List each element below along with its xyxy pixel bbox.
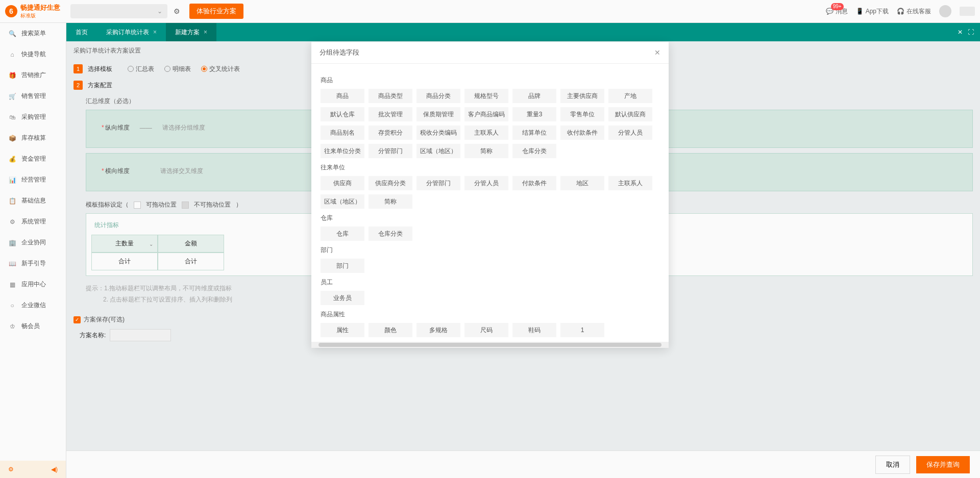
field-tag[interactable]: 分管人员 (608, 125, 652, 140)
field-tag[interactable]: 主联系人 (464, 125, 508, 140)
field-tag[interactable]: 税收分类编码 (416, 125, 460, 140)
field-tag[interactable]: 商品分类 (416, 89, 460, 103)
field-tag[interactable]: 客户商品编码 (464, 107, 508, 121)
field-tag[interactable]: 地区 (560, 176, 604, 190)
field-tag[interactable]: 结算单位 (512, 125, 556, 140)
field-tag[interactable]: 区域（地区） (321, 194, 364, 209)
field-group-title: 仓库 (321, 214, 659, 222)
field-tag[interactable]: 颜色 (369, 323, 412, 337)
field-select-modal: 分组待选字段 ✕ 商品商品商品类型商品分类规格型号品牌主要供应商产地默认仓库批次… (311, 42, 669, 348)
field-tag[interactable]: 品牌 (512, 89, 556, 103)
field-tag[interactable]: 尺码 (464, 323, 508, 337)
field-tags: 仓库仓库分类 (321, 227, 659, 241)
field-tag[interactable]: 区域（地区） (416, 144, 460, 158)
field-tag[interactable]: 分管人员 (464, 176, 508, 190)
field-tag[interactable]: 属性 (321, 323, 364, 337)
field-tag[interactable]: 简称 (464, 144, 508, 158)
field-tag[interactable]: 仓库分类 (512, 144, 556, 158)
modal-header: 分组待选字段 ✕ (311, 42, 669, 64)
field-tag[interactable]: 批次管理 (369, 107, 412, 121)
field-tag[interactable]: 付款条件 (512, 176, 556, 190)
field-tags: 部门 (321, 259, 659, 273)
field-tag[interactable]: 往来单位分类 (321, 144, 364, 158)
field-tag[interactable]: 商品别名 (321, 125, 364, 140)
field-tags: 商品商品类型商品分类规格型号品牌主要供应商产地默认仓库批次管理保质期管理客户商品… (321, 89, 659, 158)
field-tag[interactable]: 默认仓库 (321, 107, 364, 121)
modal-close-icon[interactable]: ✕ (654, 48, 660, 57)
modal-hscrollbar[interactable] (311, 342, 669, 348)
field-tag[interactable]: 规格型号 (464, 89, 508, 103)
modal-mask: 分组待选字段 ✕ 商品商品商品类型商品分类规格型号品牌主要供应商产地默认仓库批次… (0, 0, 980, 478)
modal-title: 分组待选字段 (320, 48, 359, 57)
field-tags: 属性颜色多规格尺码鞋码1 (321, 323, 659, 337)
field-tag[interactable]: 商品 (321, 89, 364, 103)
field-tag[interactable]: 供应商分类 (369, 176, 412, 190)
field-tag[interactable]: 1 (560, 323, 604, 337)
field-tag[interactable]: 产地 (608, 89, 652, 103)
field-tag[interactable]: 分管部门 (416, 176, 460, 190)
field-tag[interactable]: 商品类型 (369, 89, 412, 103)
field-group-title: 商品 (321, 76, 659, 85)
field-tag[interactable]: 分管部门 (369, 144, 412, 158)
field-tag[interactable]: 主要供应商 (560, 89, 604, 103)
field-tag[interactable]: 收付款条件 (560, 125, 604, 140)
field-tags: 业务员 (321, 291, 659, 305)
modal-body[interactable]: 商品商品商品类型商品分类规格型号品牌主要供应商产地默认仓库批次管理保质期管理客户… (311, 64, 669, 342)
field-tag[interactable]: 供应商 (321, 176, 364, 190)
field-group-title: 员工 (321, 278, 659, 287)
field-tags: 供应商供应商分类分管部门分管人员付款条件地区主联系人区域（地区）简称 (321, 176, 659, 209)
field-tag[interactable]: 保质期管理 (416, 107, 460, 121)
field-tag[interactable]: 部门 (321, 259, 364, 273)
field-tag[interactable]: 零售单位 (560, 107, 604, 121)
field-tag[interactable]: 仓库 (321, 227, 364, 241)
field-tag[interactable]: 存货积分 (369, 125, 412, 140)
field-tag[interactable]: 默认供应商 (608, 107, 652, 121)
field-group-title: 商品属性 (321, 310, 659, 319)
field-tag[interactable]: 业务员 (321, 291, 364, 305)
field-group-title: 往来单位 (321, 163, 659, 172)
field-tag[interactable]: 重量3 (512, 107, 556, 121)
field-group-title: 部门 (321, 246, 659, 255)
field-tag[interactable]: 多规格 (416, 323, 460, 337)
field-tag[interactable]: 鞋码 (512, 323, 556, 337)
field-tag[interactable]: 主联系人 (608, 176, 652, 190)
field-tag[interactable]: 仓库分类 (369, 227, 412, 241)
field-tag[interactable]: 简称 (369, 194, 412, 209)
